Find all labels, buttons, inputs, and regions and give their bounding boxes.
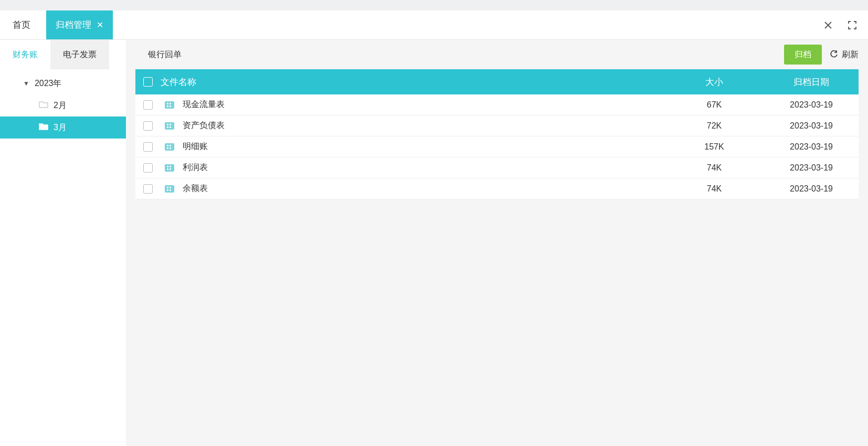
table-row[interactable]: 余额表74K2023-03-19 [135, 178, 859, 199]
tab-home[interactable]: 首页 [0, 10, 43, 39]
tree-month-mar[interactable]: 3月 [0, 116, 126, 139]
file-name: 资产负债表 [183, 120, 225, 131]
header-name: 文件名称 [161, 76, 664, 88]
sub-tab-finance[interactable]: 财务账 [0, 40, 50, 69]
table-row[interactable]: 明细账157K2023-03-19 [135, 136, 859, 157]
archive-button[interactable]: 归档 [784, 45, 822, 65]
file-date: 2023-03-19 [764, 100, 859, 110]
file-icon [165, 143, 174, 151]
file-date: 2023-03-19 [764, 163, 859, 173]
file-name: 明细账 [183, 141, 208, 152]
folder-tree: ▼ 2023年 2月 3月 [0, 69, 126, 139]
select-all-checkbox[interactable] [143, 77, 153, 87]
archive-button-label: 归档 [795, 50, 811, 59]
refresh-label: 刷新 [842, 49, 859, 60]
chevron-down-icon: ▼ [23, 80, 29, 87]
refresh-button[interactable]: 刷新 [829, 49, 859, 60]
sub-tab-einvoice-label: 电子发票 [63, 49, 97, 60]
tree-month-mar-label: 3月 [54, 122, 67, 133]
file-date: 2023-03-19 [764, 184, 859, 194]
table-row[interactable]: 资产负债表72K2023-03-19 [135, 115, 859, 136]
file-table: 文件名称 大小 归档日期 现金流量表67K2023-03-19资产负债表72K2… [126, 69, 868, 446]
main-tabs-bar: 首页 归档管理 ✕ [0, 10, 868, 40]
file-size: 67K [664, 100, 764, 110]
sub-tabs: 财务账 电子发票 [0, 40, 126, 69]
content-area: 银行回单 归档 刷新 文件名称 大小 归档日期 [126, 40, 868, 446]
row-checkbox[interactable] [143, 184, 153, 194]
folder-icon [39, 101, 48, 110]
tree-month-feb-label: 2月 [54, 100, 67, 111]
row-checkbox[interactable] [143, 121, 153, 131]
sub-tab-bank[interactable]: 银行回单 [135, 49, 194, 60]
tree-year-node[interactable]: ▼ 2023年 [0, 72, 126, 94]
file-icon [165, 164, 174, 172]
close-tab-icon[interactable]: ✕ [97, 20, 103, 30]
header-size: 大小 [664, 76, 764, 88]
tab-archive-management[interactable]: 归档管理 ✕ [46, 10, 113, 39]
window-top-strip [0, 0, 868, 10]
table-row[interactable]: 现金流量表67K2023-03-19 [135, 94, 859, 115]
file-name: 现金流量表 [183, 99, 225, 110]
file-date: 2023-03-19 [764, 121, 859, 131]
sub-tab-einvoice[interactable]: 电子发票 [50, 40, 109, 69]
tree-year-label: 2023年 [35, 78, 62, 89]
file-size: 74K [664, 184, 764, 194]
table-header-row: 文件名称 大小 归档日期 [135, 69, 859, 94]
row-checkbox[interactable] [143, 142, 153, 152]
close-window-button[interactable] [818, 15, 839, 36]
file-name: 利润表 [183, 162, 208, 173]
tab-home-label: 首页 [13, 19, 30, 31]
folder-icon [39, 123, 48, 132]
row-checkbox[interactable] [143, 163, 153, 173]
file-icon [165, 185, 174, 193]
window-controls [818, 10, 868, 39]
sub-tab-finance-label: 财务账 [13, 49, 38, 60]
file-icon [165, 122, 174, 130]
row-checkbox[interactable] [143, 100, 153, 110]
file-size: 72K [664, 121, 764, 131]
file-size: 157K [664, 142, 764, 152]
tree-month-feb[interactable]: 2月 [0, 94, 126, 116]
sidebar: 财务账 电子发票 ▼ 2023年 2月 [0, 40, 126, 446]
file-name: 余额表 [183, 183, 208, 194]
file-size: 74K [664, 163, 764, 173]
toolbar: 银行回单 归档 刷新 [126, 40, 868, 69]
file-date: 2023-03-19 [764, 142, 859, 152]
table-row[interactable]: 利润表74K2023-03-19 [135, 157, 859, 178]
refresh-icon [829, 50, 839, 59]
sub-tab-bank-label: 银行回单 [148, 49, 182, 60]
fullscreen-button[interactable] [842, 15, 863, 36]
header-date: 归档日期 [764, 76, 859, 88]
file-icon [165, 101, 174, 109]
tab-archive-label: 归档管理 [56, 19, 91, 31]
